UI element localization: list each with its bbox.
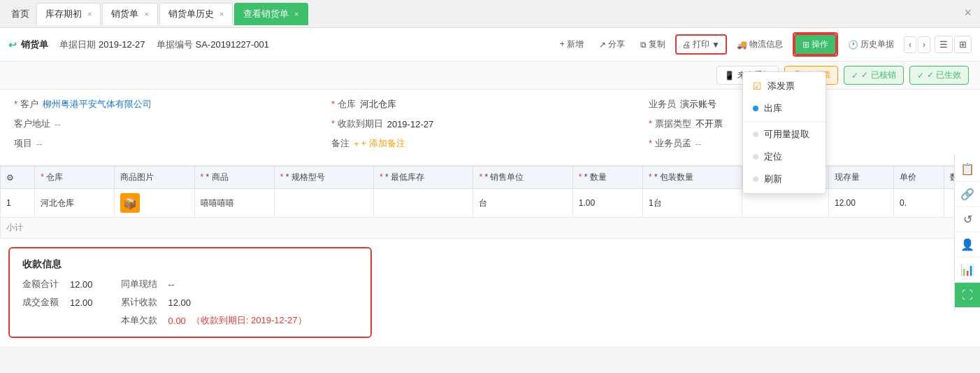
subtotal-label: 小计 — [1, 218, 980, 239]
table-row: 1 河北仓库 📦 嘻嘻嘻嘻 台 1.00 1台 12.00 0. — [1, 189, 980, 218]
right-icon-chart[interactable]: 📊 — [955, 258, 980, 283]
total-amount-label: 金额合计 — [22, 278, 64, 290]
row-price: 0. — [893, 189, 944, 218]
tab-sales-history[interactable]: 销货单历史 × — [159, 3, 233, 25]
radio-dot-available — [753, 132, 758, 137]
col-settings[interactable]: ⚙ — [1, 167, 35, 189]
copy-button[interactable]: ⧉ 复制 — [635, 36, 671, 53]
grid-view-button[interactable]: ⊞ — [954, 36, 972, 53]
close-history-tab[interactable]: × — [219, 10, 224, 18]
print-icon: 🖨 — [682, 40, 691, 50]
col-spec: * 规格型号 — [274, 167, 373, 189]
close-window-button[interactable]: × — [964, 6, 972, 20]
right-icon-doc[interactable]: 📋 — [955, 157, 980, 182]
prev-arrow[interactable]: ‹ — [904, 36, 916, 53]
checkbox-icon: ☑ — [753, 80, 762, 92]
tab-inventory[interactable]: 库存期初 × — [36, 3, 101, 25]
tab-bar: 首页 库存期初 × 销货单 × 销货单历史 × 查看销货单 × × — [0, 0, 980, 28]
close-view-tab[interactable]: × — [294, 10, 298, 18]
dropdown-refresh[interactable]: 刷新 — [743, 168, 826, 190]
warehouse-value: 河北仓库 — [360, 98, 396, 111]
tab-home[interactable]: 首页 — [6, 3, 35, 24]
effective-icon: ✓ — [917, 71, 924, 80]
due-date-field: 收款到期日 2019-12-27 — [331, 118, 649, 130]
no-meta: 单据编号 SA-20191227-001 — [157, 38, 270, 51]
due-info: （收款到期日: 2019-12-27） — [192, 314, 307, 327]
col-min-stock: * 最低库存 — [374, 167, 473, 189]
operate-button[interactable]: ⊞ 操作 — [794, 34, 837, 55]
note-label: 备注 — [331, 137, 350, 150]
tab-sales[interactable]: 销货单 × — [102, 3, 157, 25]
dropdown-ship[interactable]: 出库 — [743, 97, 826, 120]
ticket-type-value: 不开票 — [696, 118, 723, 130]
effective-button[interactable]: ✓ ✓ 已生效 — [909, 66, 969, 85]
logistics-button[interactable]: 🚚 物流信息 — [731, 36, 788, 53]
list-view-button[interactable]: ☰ — [935, 36, 953, 53]
nav-arrows: ‹ › — [904, 36, 930, 53]
col-warehouse: 仓库 — [35, 167, 115, 189]
col-product-img: 商品图片 — [115, 167, 194, 189]
transaction-row: 成交金额 12.00 — [22, 296, 93, 309]
customer-label: 客户 — [14, 98, 38, 111]
right-icon-expand[interactable]: ⛶ — [955, 283, 980, 308]
close-inventory-tab[interactable]: × — [87, 10, 92, 18]
receipt-col-left: 金额合计 12.00 成交金额 12.00 — [22, 278, 93, 327]
plus-icon: + — [354, 139, 359, 149]
col-qty: * 数量 — [572, 167, 642, 189]
cumulative-value: 12.00 — [168, 297, 192, 308]
customer-field: 客户 柳州粤港平安气体有限公司 — [14, 98, 331, 111]
doc-type-label: 销货单 — [21, 38, 48, 51]
project-label: 项目 — [14, 137, 32, 150]
col-product: * 商品 — [194, 167, 274, 189]
row-current-stock: 12.00 — [828, 189, 893, 218]
col-price: 单价 — [893, 167, 944, 189]
current-due-value: 0.00 — [168, 316, 186, 326]
add-note-button[interactable]: + + 添加备注 — [354, 137, 405, 150]
phone-icon: 📱 — [724, 71, 735, 80]
subtotal-row: 小计 — [1, 218, 980, 239]
product-table: ⚙ 仓库 商品图片 * 商品 * 规格型号 * 最低库存 * 销售单位 * 数量… — [0, 166, 980, 239]
history-button[interactable]: 🕐 历史单据 — [842, 36, 900, 53]
project-field: 项目 -- — [14, 137, 331, 150]
right-icon-user[interactable]: 👤 — [955, 232, 980, 258]
close-sales-tab[interactable]: × — [144, 10, 148, 18]
action-bar: 📱 来自手机 🔴 未开票 ✓ ✓ 已核销 ✓ ✓ 已生效 — [0, 62, 980, 90]
salesperson-label: 业务员 — [649, 98, 676, 111]
col-pack-qty: * 包装数量 — [642, 167, 742, 189]
cumulative-row: 累计收款 12.00 — [121, 296, 307, 309]
due-date-label: 收款到期日 — [331, 118, 383, 130]
tab-view-sales[interactable]: 查看销货单 × — [234, 3, 308, 25]
dropdown-available-qty[interactable]: 可用量提取 — [743, 123, 826, 146]
radio-dot-locate — [753, 154, 758, 160]
share-icon: ↗ — [599, 40, 606, 50]
main-toolbar: ↩ 销货单 单据日期 2019-12-27 单据编号 SA-20191227-0… — [0, 28, 980, 62]
receipt-title: 收款信息 — [22, 258, 358, 271]
dropdown-divider — [743, 121, 826, 122]
row-unit: 台 — [473, 189, 572, 218]
doc-icon: ↩ — [8, 39, 17, 50]
row-warehouse: 河北仓库 — [35, 189, 115, 218]
address-label: 客户地址 — [14, 118, 50, 130]
table-wrapper: ⚙ 仓库 商品图片 * 商品 * 规格型号 * 最低库存 * 销售单位 * 数量… — [0, 166, 980, 239]
row-min-stock — [374, 189, 473, 218]
copy-icon: ⧉ — [640, 40, 647, 50]
receipt-rows: 金额合计 12.00 成交金额 12.00 同单现结 -- 累计收款 — [22, 278, 358, 327]
new-button[interactable]: + 新增 — [554, 36, 589, 53]
dropdown-add-invoice[interactable]: ☑ 添发票 — [743, 75, 826, 97]
customer-value[interactable]: 柳州粤港平安气体有限公司 — [43, 98, 152, 111]
col-current-stock: 现存量 — [828, 167, 893, 189]
total-amount-value: 12.00 — [70, 279, 93, 290]
confirm-button[interactable]: ✓ ✓ 已核销 — [844, 66, 903, 85]
share-button[interactable]: ↗ 分享 — [593, 36, 630, 53]
receipt-info: 收款信息 金额合计 12.00 成交金额 12.00 同单现结 -- — [8, 247, 372, 338]
right-icon-link[interactable]: 🔗 — [955, 182, 980, 207]
radio-dot-refresh — [753, 176, 758, 182]
operate-dropdown: ☑ 添发票 出库 可用量提取 定位 刷新 — [742, 71, 826, 194]
right-icon-refresh[interactable]: ↺ — [955, 207, 980, 232]
print-button[interactable]: 🖨 打印 ▼ — [677, 36, 726, 53]
dropdown-locate[interactable]: 定位 — [743, 146, 826, 168]
row-qty: 1.00 — [572, 189, 642, 218]
same-order-label: 同单现结 — [121, 278, 163, 290]
next-arrow[interactable]: › — [918, 36, 930, 53]
current-due-label: 本单欠款 — [121, 314, 163, 327]
